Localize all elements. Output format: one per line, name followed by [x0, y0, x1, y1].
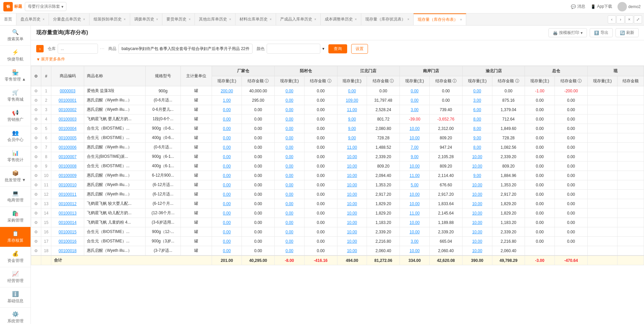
messages-btn[interactable]: 💬 消息: [571, 4, 585, 9]
sidebar-item-inventory[interactable]: 📋 库存核算: [0, 227, 31, 247]
sidebar-item-marketing[interactable]: 📢 营销推广: [0, 106, 31, 126]
cell-ex-amt: [617, 171, 644, 180]
cell-name: 飞鹤星飞帆 婴儿配方奶...: [84, 114, 146, 124]
tab-next-btn[interactable]: ›: [616, 15, 625, 24]
tab-chancheng[interactable]: 产成品入库单历史 ×: [276, 13, 321, 26]
cell-fac-qty: 0.00: [212, 114, 242, 124]
cell-settings[interactable]: ⚙: [31, 227, 41, 237]
marketing-icon: 📢: [12, 109, 19, 116]
cell-settings[interactable]: ⚙: [31, 237, 41, 246]
tab-pandian[interactable]: 盘点单历史 ×: [16, 13, 49, 26]
cell-vil-amt: 0.00: [304, 209, 337, 218]
tab-cailiao[interactable]: 材料出库单历史 ×: [235, 13, 276, 26]
sidebar-item-retail[interactable]: 🏪 零售管理 ▲: [0, 66, 31, 86]
sidebar-item-system[interactable]: ⚙️ 系统管理: [0, 308, 31, 324]
tab-chenben-close[interactable]: ×: [355, 17, 357, 21]
cell-settings[interactable]: ⚙: [31, 190, 41, 199]
th-settings[interactable]: ⚙: [31, 66, 41, 86]
tab-xiancunliang-status-close[interactable]: ×: [408, 17, 410, 21]
table-row: ⚙ 2 00100001 惠氏启醒（Wyeth illu...） (0-6月适.…: [31, 96, 644, 105]
cell-code: 00100014: [51, 218, 84, 227]
cell-tot-amt: [555, 246, 588, 256]
app-download-btn[interactable]: 📱 App下载: [591, 4, 612, 9]
tab-chenben[interactable]: 成本调整单历史 ×: [321, 13, 361, 26]
cell-settings[interactable]: ⚙: [31, 246, 41, 256]
tab-yaohuo[interactable]: 要货单历史 ×: [162, 13, 195, 26]
sidebar-item-members[interactable]: 👥 会员中心: [0, 126, 31, 146]
cell-settings[interactable]: ⚙: [31, 171, 41, 180]
cell-na-qty: 7.00: [400, 143, 430, 152]
tab-qitachuqu-close[interactable]: ×: [229, 17, 231, 21]
sidebar-item-mall[interactable]: 🛒 零售商城: [0, 86, 31, 106]
tab-close-all-btn[interactable]: ×: [625, 15, 633, 24]
tab-chancheng-close[interactable]: ×: [314, 17, 316, 21]
cell-settings[interactable]: ⚙: [31, 143, 41, 152]
tab-zuzhezexie-close[interactable]: ×: [124, 17, 126, 21]
sidebar-item-basicinfo[interactable]: ℹ️ 基础信息: [0, 287, 31, 308]
sidebar-item-retail-stats[interactable]: 📊 零售统计: [0, 146, 31, 167]
cell-settings[interactable]: ⚙: [31, 180, 41, 190]
sidebar-item-search[interactable]: 🔍 搜索英单: [0, 26, 31, 46]
sidebar-item-wholesale[interactable]: 📦 批发管理 ▼: [0, 167, 31, 187]
cell-settings[interactable]: ⚙: [31, 199, 41, 209]
tab-pandian-close[interactable]: ×: [43, 17, 45, 21]
cell-settings[interactable]: ⚙: [31, 114, 41, 124]
summary-fac-qty: 201.00: [212, 256, 242, 265]
cell-jb-amt: 2,094.40: [367, 171, 400, 180]
cell-code: 00100006: [51, 143, 84, 152]
expand-btn[interactable]: ▼ 展开更多条件: [36, 56, 639, 62]
cell-settings[interactable]: ⚙: [31, 133, 41, 143]
user-area[interactable]: demo2: [618, 2, 641, 11]
cell-vil-qty: 0.00: [274, 96, 304, 105]
tab-xiancunliang-dist[interactable]: 现存量（库存分布表） ×: [414, 13, 466, 26]
company-select[interactable]: 母婴行业演示陈套 ▾: [25, 2, 66, 11]
settings-btn[interactable]: 设置: [351, 44, 368, 54]
cell-settings[interactable]: ⚙: [31, 152, 41, 161]
cell-vil-amt: 0.00: [304, 190, 337, 199]
tab-fenpandian[interactable]: 分量盘点单历史 ×: [49, 13, 90, 26]
page-header: 现存量查询(库存分布) 🖨️ 按模板打印 ▾ ⬆️ 导出 🔄 刷新: [31, 26, 644, 40]
sidebar-item-quicknav[interactable]: ⚡ 快捷导航: [0, 46, 31, 66]
tab-qitachuqu[interactable]: 其他出库单历史 ×: [195, 13, 235, 26]
cell-settings[interactable]: ⚙: [31, 124, 41, 133]
tab-home[interactable]: 首页: [0, 13, 16, 26]
th-na-amt: 结存金额 ⓘ: [429, 76, 462, 86]
tab-diaob-close[interactable]: ×: [156, 17, 158, 21]
cell-name: 飞鹤星飞帆 较大婴儿配...: [84, 199, 146, 209]
cell-tot-amt: 0.00: [555, 180, 588, 190]
export-btn[interactable]: ⬆️ 导出: [590, 28, 613, 37]
tab-prev-btn[interactable]: ‹: [608, 15, 616, 24]
tab-cailiao-close[interactable]: ×: [270, 17, 272, 21]
sidebar-item-ecommerce[interactable]: 💻 电商管理: [0, 187, 31, 207]
cell-settings[interactable]: ⚙: [31, 105, 41, 114]
cell-settings[interactable]: ⚙: [31, 86, 41, 96]
cell-settings[interactable]: ⚙: [31, 96, 41, 105]
tab-fenpandian-close[interactable]: ×: [83, 17, 85, 21]
cell-settings[interactable]: ⚙: [31, 218, 41, 227]
cell-fac-amt: 0.00: [242, 190, 275, 199]
product-input[interactable]: [118, 44, 253, 54]
cell-index: 13: [41, 199, 51, 209]
tab-maximize-btn[interactable]: ⤢: [634, 15, 642, 24]
print-btn[interactable]: 🖨️ 按模板打印 ▾: [548, 28, 587, 37]
table-row: ⚙ 13 00100012 飞鹤星飞帆 较大婴儿配... (6-12个月... …: [31, 199, 644, 209]
collapse-btn[interactable]: ›: [36, 45, 44, 52]
tab-xiancunliang-dist-close[interactable]: ×: [460, 18, 462, 21]
sidebar-item-finance[interactable]: 💰 资金管理: [0, 247, 31, 267]
warehouse-input[interactable]: [58, 44, 98, 54]
search-btn[interactable]: 查询: [328, 44, 347, 53]
cell-settings[interactable]: ⚙: [31, 209, 41, 218]
warehouse-dots-btn[interactable]: ···: [100, 46, 104, 52]
tab-xiancunliang-status[interactable]: 现存量（库存状况表） ×: [361, 13, 414, 26]
color-input[interactable]: [267, 44, 320, 54]
sidebar-item-operations[interactable]: 📈 经营管理: [0, 267, 31, 287]
cell-ex-amt: [617, 86, 644, 96]
tab-zuzhezexie[interactable]: 组装拆卸单历史 ×: [90, 13, 130, 26]
cell-vil-qty: 0.00: [274, 161, 304, 171]
sidebar-item-purchase[interactable]: 🛍️ 采购管理: [0, 207, 31, 227]
cell-settings[interactable]: ⚙: [31, 161, 41, 171]
tab-diaob[interactable]: 调拨单历史 ×: [130, 13, 163, 26]
refresh-btn[interactable]: 🔄 刷新: [615, 28, 639, 37]
tab-yaohuo-close[interactable]: ×: [189, 17, 191, 21]
table-row: ⚙ 17 00100016 合生元（BIOSTIME）... 900g（3岁..…: [31, 237, 644, 246]
